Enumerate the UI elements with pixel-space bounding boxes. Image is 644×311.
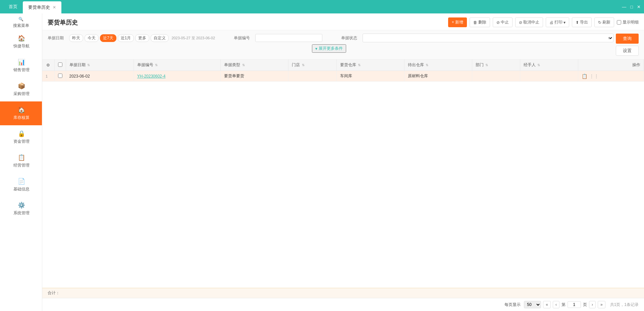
print-icon: 🖨 <box>549 20 553 25</box>
total-info: 共1页，1条记录 <box>610 302 639 308</box>
tab-home[interactable]: 首页 <box>3 0 23 13</box>
th-date[interactable]: 单据日期 ⇅ <box>66 59 133 71</box>
th-department[interactable]: 部门 ⇅ <box>472 59 520 71</box>
doc-no-link[interactable]: YH-20230602-4 <box>137 74 166 79</box>
maximize-button[interactable]: □ <box>630 4 633 9</box>
display-detail-toggle[interactable]: 显示明细 <box>617 19 639 25</box>
query-button[interactable]: 查询 <box>616 34 639 44</box>
delete-button[interactable]: 🗑 删除 <box>470 17 490 27</box>
row-more-icon[interactable]: ⋮⋮ <box>589 74 599 79</box>
th-req-warehouse[interactable]: 要货仓库 ⇅ <box>336 59 404 71</box>
minimize-button[interactable]: — <box>622 4 626 9</box>
th-settings[interactable]: ⚙ <box>42 59 54 71</box>
stop-button[interactable]: ⊘ 中止 <box>493 17 513 27</box>
tab-history[interactable]: 要货单历史 ✕ <box>23 1 61 13</box>
display-detail-label: 显示明细 <box>623 19 639 25</box>
date-filter-label: 单据日期 <box>48 35 64 41</box>
sort-docno-icon: ⇅ <box>155 63 158 67</box>
td-req-warehouse: 车间库 <box>336 71 404 82</box>
pagination: 每页显示 20 50 100 200 « ‹ 第 页 › » 共1页，1条记录 <box>42 298 644 311</box>
sidebar-search-label: 搜索菜单 <box>13 23 29 29</box>
sidebar-item-finance[interactable]: 🔒 资金管理 <box>0 125 42 149</box>
page-size-label: 每页显示 <box>504 302 521 308</box>
td-date: 2023-06-02 <box>66 71 133 82</box>
cancel-stop-button[interactable]: ⊘ 取消中止 <box>515 17 543 27</box>
th-doc-no[interactable]: 单据编号 ⇅ <box>133 59 221 71</box>
th-checkbox[interactable] <box>54 59 66 71</box>
row-op-icons: 📋 ⋮⋮ <box>582 74 640 79</box>
row-edit-icon[interactable]: 📋 <box>582 74 587 79</box>
sidebar-item-basic[interactable]: 📄 基础信息 <box>0 173 42 197</box>
settings-button[interactable]: 设置 <box>616 46 639 56</box>
page-label: 第 <box>561 302 566 308</box>
date-btn-7days[interactable]: 近7天 <box>100 34 116 42</box>
next-page-button[interactable]: › <box>589 301 596 308</box>
close-button[interactable]: ✕ <box>637 4 641 9</box>
sidebar-item-label: 库存核算 <box>13 115 30 121</box>
sidebar-item-sales[interactable]: 📊 销售管理 <box>0 54 42 78</box>
sort-dept-icon: ⇅ <box>485 63 488 67</box>
first-page-button[interactable]: « <box>543 301 551 308</box>
td-handler <box>520 71 578 82</box>
filter-row-1: 单据日期 昨天 今天 近7天 近1月 更多 自定义 2023-05-27 至 2… <box>48 34 610 42</box>
table-wrap: ⚙ 单据日期 ⇅ 单据编号 ⇅ <box>42 59 644 288</box>
date-btn-custom[interactable]: 自定义 <box>151 34 169 42</box>
date-btn-more[interactable]: 更多 <box>135 34 149 42</box>
row-checkbox[interactable] <box>58 74 62 78</box>
sidebar-item-label: 系统管理 <box>13 210 30 216</box>
export-button[interactable]: ⬆ 导出 <box>572 17 592 27</box>
operation-icon: 📋 <box>18 154 25 161</box>
tab-history-close[interactable]: ✕ <box>53 5 56 10</box>
print-button[interactable]: 🖨 打印 ▾ <box>546 17 569 27</box>
select-all-checkbox[interactable] <box>58 62 62 67</box>
inventory-icon: 🏠 <box>18 106 25 114</box>
status-select-wrap: ▾ <box>363 34 610 42</box>
basic-icon: 📄 <box>18 178 25 185</box>
td-pending-warehouse: 原材料仓库 <box>404 71 472 82</box>
header-actions: + 新增 🗑 删除 ⊘ 中止 ⊘ 取消中止 🖨 打印 ▾ <box>448 17 639 27</box>
date-btn-1month[interactable]: 近1月 <box>118 34 134 42</box>
th-operations: 操作 <box>578 59 644 71</box>
last-page-button[interactable]: » <box>598 301 605 308</box>
th-handler[interactable]: 经手人 ⇅ <box>520 59 578 71</box>
tab-history-label: 要货单历史 <box>28 4 50 10</box>
th-store[interactable]: 门店 ⇅ <box>288 59 336 71</box>
sort-pendwh-icon: ⇅ <box>426 63 428 67</box>
sidebar-item-operation[interactable]: 📋 经营管理 <box>0 149 42 173</box>
main-content: 要货单历史 + 新增 🗑 删除 ⊘ 中止 ⊘ 取消中止 🖨 打印 <box>42 13 644 311</box>
td-doc-no[interactable]: YH-20230602-4 <box>133 71 221 82</box>
refresh-button[interactable]: ↻ 刷新 <box>594 17 614 27</box>
date-filter-buttons: 昨天 今天 近7天 近1月 更多 自定义 2023-05-27 至 2023-0… <box>69 34 215 42</box>
status-label: 单据状态 <box>341 35 357 41</box>
th-pending-warehouse[interactable]: 待出仓库 ⇅ <box>404 59 472 71</box>
sidebar-item-system[interactable]: ⚙️ 系统管理 <box>0 197 42 221</box>
table-row[interactable]: 1 2023-06-02 YH-20230602-4 要货单要货 车间库 原材料… <box>42 71 644 82</box>
filter-fields: 单据日期 昨天 今天 近7天 近1月 更多 自定义 2023-05-27 至 2… <box>48 34 610 55</box>
sidebar-item-label: 采购管理 <box>13 91 30 97</box>
page-size-select[interactable]: 20 50 100 200 <box>524 301 541 308</box>
refresh-icon: ↻ <box>598 20 601 25</box>
display-detail-checkbox[interactable] <box>617 20 621 25</box>
date-btn-today[interactable]: 今天 <box>85 34 99 42</box>
sales-icon: 📊 <box>18 58 25 66</box>
expand-more-button[interactable]: ▾ 展开更多条件 <box>312 44 346 53</box>
doc-no-label: 单据编号 <box>234 35 250 41</box>
date-btn-yesterday[interactable]: 昨天 <box>69 34 83 42</box>
status-select[interactable] <box>363 34 613 42</box>
td-doc-type: 要货单要货 <box>221 71 288 82</box>
page-number-input[interactable] <box>568 301 581 308</box>
sidebar-item-quick-nav[interactable]: 🏠 快捷导航 <box>0 30 42 54</box>
doc-no-input[interactable] <box>255 34 322 42</box>
td-checkbox[interactable] <box>54 71 66 82</box>
sidebar-item-purchase[interactable]: 📦 采购管理 <box>0 78 42 101</box>
td-department <box>472 71 520 82</box>
filter-bar: 单据日期 昨天 今天 近7天 近1月 更多 自定义 2023-05-27 至 2… <box>42 30 644 59</box>
filter-section: 单据日期 昨天 今天 近7天 近1月 更多 自定义 2023-05-27 至 2… <box>48 34 639 56</box>
total-label: 合计： <box>48 291 60 295</box>
prev-page-button[interactable]: ‹ <box>553 301 559 308</box>
new-button[interactable]: + 新增 <box>448 17 467 27</box>
sidebar-item-inventory[interactable]: 🏠 库存核算 <box>0 101 42 125</box>
settings-gear-icon[interactable]: ⚙ <box>46 63 50 68</box>
th-doc-type[interactable]: 单据类型 ⇅ <box>221 59 288 71</box>
sidebar-search[interactable]: 🔍 搜索菜单 <box>0 13 42 30</box>
